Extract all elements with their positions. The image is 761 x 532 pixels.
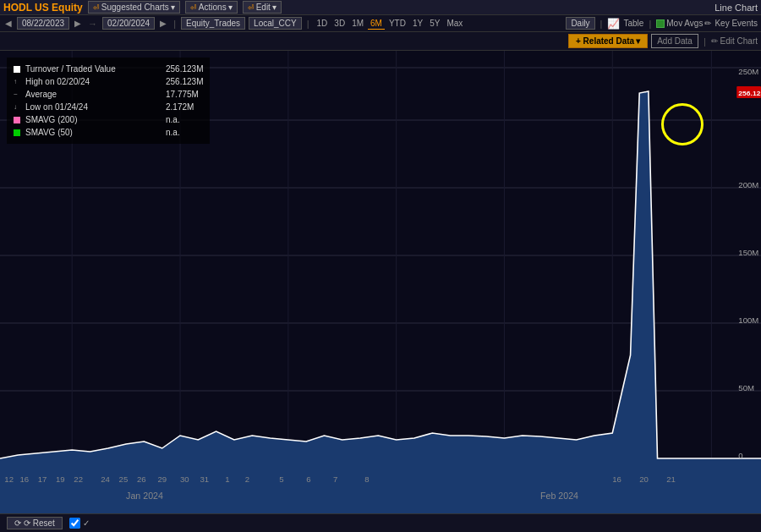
period-5y[interactable]: 5Y <box>427 18 442 30</box>
svg-text:6: 6 <box>306 475 310 484</box>
second-bar: ◀ 08/22/2023 ▶ → 02/20/2024 ▶ | Equity_T… <box>0 15 761 32</box>
period-6m[interactable]: 6M <box>368 18 385 30</box>
svg-text:26: 26 <box>137 475 146 484</box>
svg-text:25: 25 <box>119 475 129 484</box>
legend-low-label: Low on 01/24/24 <box>25 101 161 113</box>
svg-text:24: 24 <box>101 475 110 484</box>
svg-text:31: 31 <box>200 475 209 484</box>
legend-avg-value: 17.775M <box>166 88 199 101</box>
svg-text:7: 7 <box>333 475 337 484</box>
ticker-label: HODL US Equity <box>3 2 83 14</box>
svg-text:256.123M: 256.123M <box>738 90 761 97</box>
pencil-icon: ✏ <box>704 19 711 28</box>
bottom-checkbox-area: ✓ <box>69 518 90 529</box>
legend-smavg200-value: n.a. <box>166 113 180 126</box>
legend-smavg50-value: n.a. <box>166 126 180 139</box>
svg-text:1: 1 <box>225 475 229 484</box>
end-date-button[interactable]: 02/20/2024 <box>102 17 155 30</box>
svg-text:29: 29 <box>157 475 167 484</box>
svg-text:100M: 100M <box>738 316 758 325</box>
svg-text:0: 0 <box>738 452 742 460</box>
add-data-button[interactable]: Add Data <box>651 34 698 48</box>
legend-low-value: 2.172M <box>166 101 194 113</box>
dropdown-icon: ▾ <box>636 36 640 46</box>
edit-chart-button[interactable]: ✏ Edit Chart <box>711 36 758 46</box>
svg-text:5: 5 <box>279 475 283 484</box>
legend-smavg200-label: SMAVG (200) <box>25 113 161 126</box>
svg-text:2: 2 <box>245 475 249 484</box>
actions-button[interactable]: ⏎ Actions ▾ <box>185 1 238 14</box>
svg-text:30: 30 <box>180 475 189 484</box>
actions-icon: ⏎ <box>190 3 197 12</box>
related-data-button[interactable]: + Related Data ▾ <box>568 34 648 48</box>
svg-text:250M: 250M <box>738 68 758 76</box>
svg-text:16: 16 <box>19 475 29 484</box>
svg-text:16: 16 <box>612 475 621 484</box>
mov-avgs-button[interactable]: Mov Avgs ✏ <box>656 19 711 28</box>
legend-high-value: 256.123M <box>166 75 203 88</box>
legend-smavg50-color <box>14 129 20 136</box>
svg-text:19: 19 <box>56 475 65 484</box>
period-1y[interactable]: 1Y <box>410 18 425 30</box>
bottom-checkbox[interactable] <box>69 518 80 529</box>
legend-avg-label: Average <box>25 88 161 101</box>
legend-row-avg: ~ Average 17.775M <box>14 88 203 101</box>
edit-button[interactable]: ⏎ Edit ▾ <box>243 1 282 14</box>
prev-date-button[interactable]: ◀ <box>3 19 14 28</box>
legend-title-value: 256.123M <box>166 63 203 75</box>
period-buttons: 1D 3D 1M 6M YTD 1Y 5Y Max <box>315 18 466 30</box>
svg-text:50M: 50M <box>738 384 754 392</box>
legend-row-low: ↓ Low on 01/24/24 2.172M <box>14 101 203 113</box>
third-bar: + Related Data ▾ Add Data | ✏ Edit Chart <box>0 32 761 51</box>
svg-text:12: 12 <box>4 475 14 484</box>
tab-button[interactable]: Equity_Trades <box>181 17 245 30</box>
svg-text:Jan 2024: Jan 2024 <box>126 491 163 501</box>
mov-avgs-checkbox <box>656 19 665 28</box>
legend-smavg50-label: SMAVG (50) <box>25 126 161 139</box>
bottom-bar: ⟳ ⟳ Reset ✓ <box>0 513 761 532</box>
svg-marker-14 <box>0 91 761 513</box>
currency-button[interactable]: Local_CCY <box>249 17 302 30</box>
svg-text:20: 20 <box>639 475 649 484</box>
legend-row-smavg200: SMAVG (200) n.a. <box>14 113 203 126</box>
svg-text:200M: 200M <box>738 181 758 189</box>
next-date-button[interactable]: ▶ <box>73 19 83 28</box>
next-end-date-button[interactable]: ▶ <box>158 19 168 28</box>
period-1d[interactable]: 1D <box>315 18 331 30</box>
period-3d[interactable]: 3D <box>331 18 348 30</box>
legend-color-box <box>14 66 20 73</box>
reset-button[interactable]: ⟳ ⟳ Reset <box>7 517 63 529</box>
suggested-charts-button[interactable]: ⏎ Suggested Charts ▾ <box>88 1 180 14</box>
svg-text:Feb 2024: Feb 2024 <box>540 491 578 501</box>
period-1m[interactable]: 1M <box>349 18 366 30</box>
svg-text:21: 21 <box>666 475 676 484</box>
pencil-icon-edit: ✏ <box>711 36 718 46</box>
table-button[interactable]: Table <box>623 19 643 28</box>
line-chart-type-button[interactable]: 📈 <box>607 18 620 30</box>
legend-row-smavg50: SMAVG (50) n.a. <box>14 126 203 139</box>
chart-icon: ⏎ <box>93 3 100 12</box>
key-events-button[interactable]: Key Events <box>714 19 758 28</box>
svg-text:17: 17 <box>38 475 47 484</box>
edit-icon: ⏎ <box>248 3 255 12</box>
start-date-button[interactable]: 08/22/2023 <box>17 17 69 30</box>
legend-row-title: Turnover / Traded Value 256.123M <box>14 63 203 75</box>
legend-row-high: ↑ High on 02/20/24 256.123M <box>14 75 203 88</box>
period-max[interactable]: Max <box>444 18 465 30</box>
legend-title: Turnover / Traded Value <box>25 63 161 75</box>
period-ytd[interactable]: YTD <box>386 18 408 30</box>
legend-smavg200-color <box>14 117 20 123</box>
legend-high-label: High on 02/20/24 <box>25 75 161 88</box>
svg-text:8: 8 <box>364 475 369 484</box>
svg-text:22: 22 <box>74 475 83 484</box>
frequency-button[interactable]: Daily <box>566 17 594 30</box>
chart-legend: Turnover / Traded Value 256.123M ↑ High … <box>7 58 210 144</box>
top-bar: HODL US Equity ⏎ Suggested Charts ▾ ⏎ Ac… <box>0 0 761 15</box>
svg-text:150M: 150M <box>738 249 758 257</box>
chart-area: Turnover / Traded Value 256.123M ↑ High … <box>0 51 761 513</box>
reset-icon: ⟳ <box>14 518 21 528</box>
line-chart-label: Line Chart <box>714 3 758 13</box>
